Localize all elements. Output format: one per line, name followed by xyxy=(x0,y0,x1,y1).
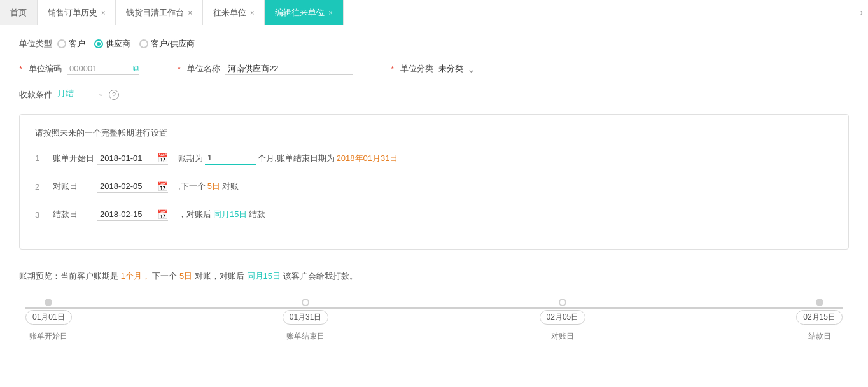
unit-info-row: * 单位编码 ⧉ * 单位名称 * 单位分类 未分类 ⌄ xyxy=(19,62,849,75)
billing-period-card: 请按照未来的一个完整帐期进行设置 1 账单开始日 📅 账期为 个月,账单结束日期… xyxy=(19,114,849,250)
timeline: 01月01日 账单开始日 01月31日 账单结束日 02月05日 对账日 02月… xyxy=(19,299,849,342)
tab-cashflow-workbench[interactable]: 钱货日清工作台 × xyxy=(116,0,202,25)
unit-type-radio-group: 客户 供应商 客户/供应商 xyxy=(57,38,195,50)
timeline-caption-3: 结款日 xyxy=(808,331,831,342)
tabs-bar: 首页 销售订单历史 × 钱货日清工作台 × 往来单位 × 编辑往来单位 × › xyxy=(0,0,868,25)
radio-customer-circle xyxy=(57,39,66,48)
reconciliation-label: 对账日 xyxy=(53,181,97,192)
unit-classify-dropdown[interactable]: 未分类 ⌄ xyxy=(438,63,475,75)
payment-condition-dropdown[interactable]: 月结 ⌄ xyxy=(57,88,104,101)
unit-name-label: 单位名称 xyxy=(187,63,220,74)
tab-scroll-arrow[interactable]: › xyxy=(855,0,868,25)
timeline-item-2: 02月05日 对账日 xyxy=(540,299,586,342)
row-number-2: 2 xyxy=(35,182,53,192)
preview-mid2: 对账，对账后 xyxy=(195,271,244,281)
billing-start-row: 1 账单开始日 📅 账期为 个月,账单结束日期为 2018年01月31日 xyxy=(35,151,833,165)
payment-calendar-icon[interactable]: 📅 xyxy=(157,209,168,220)
tab-cashflow-workbench-close[interactable]: × xyxy=(188,9,192,17)
unit-name-input[interactable] xyxy=(225,62,353,74)
radio-customer[interactable]: 客户 xyxy=(57,38,85,50)
preview-mid1: 下一个 xyxy=(152,271,177,281)
unit-classify-label: 单位分类 xyxy=(400,63,433,74)
timeline-caption-2: 对账日 xyxy=(551,331,574,342)
unit-classify-required: * xyxy=(391,64,394,74)
tab-edit-partner-unit-label: 编辑往来单位 xyxy=(275,7,325,18)
unit-type-row: 单位类型 客户 供应商 客户/供应商 xyxy=(19,38,849,50)
payment-label: 结款日 xyxy=(53,209,97,220)
timeline-caption-1: 账单结束日 xyxy=(286,331,325,342)
row-number-3: 3 xyxy=(35,210,53,220)
payment-highlight: 同月15日 xyxy=(213,209,247,220)
radio-supplier-label: 供应商 xyxy=(106,38,130,50)
unit-name-required: * xyxy=(178,64,181,74)
tab-sales-order-history[interactable]: 销售订单历史 × xyxy=(38,0,116,25)
preview-suffix: 该客户会给我打款。 xyxy=(283,271,358,281)
unit-classify-value: 未分类 xyxy=(438,63,463,74)
preview-section: 账期预览：当前客户账期是 1个月， 下一个 5日 对账，对账后 同月15日 该客… xyxy=(19,260,849,347)
unit-type-label: 单位类型 xyxy=(19,38,52,50)
unit-code-group: * 单位编码 ⧉ xyxy=(19,62,139,75)
unit-classify-arrow-icon[interactable]: ⌄ xyxy=(467,63,475,75)
reconciliation-desc: ,下一个 5日 对账 xyxy=(178,181,239,192)
preview-text: 账期预览：当前客户账期是 1个月， 下一个 5日 对账，对账后 同月15日 该客… xyxy=(19,270,849,283)
payment-condition-label: 收款条件 xyxy=(19,89,52,101)
tab-edit-partner-unit[interactable]: 编辑往来单位 × xyxy=(265,0,343,25)
timeline-caption-0: 账单开始日 xyxy=(29,331,67,342)
period-value-input[interactable] xyxy=(205,151,256,165)
main-content: 单位类型 客户 供应商 客户/供应商 * 单位编码 xyxy=(0,25,868,387)
unit-code-input-group: ⧉ xyxy=(67,62,139,75)
timeline-item-1: 01月31日 账单结束日 xyxy=(283,299,329,342)
tab-edit-partner-unit-close[interactable]: × xyxy=(328,9,332,17)
preview-prefix: 账期预览：当前客户账期是 xyxy=(19,271,118,281)
unit-code-required: * xyxy=(19,64,22,74)
copy-icon[interactable]: ⧉ xyxy=(133,63,139,74)
tab-sales-order-history-close[interactable]: × xyxy=(101,9,105,17)
card-instruction: 请按照未来的一个完整帐期进行设置 xyxy=(35,127,833,139)
unit-type-group: 单位类型 客户 供应商 客户/供应商 xyxy=(19,38,195,50)
payment-desc: ，对账后 同月15日 结款 xyxy=(178,209,265,220)
billing-start-date-input[interactable] xyxy=(97,152,155,164)
radio-customer-supplier[interactable]: 客户/供应商 xyxy=(139,38,195,50)
radio-customer-label: 客户 xyxy=(69,38,85,50)
reconciliation-date-input[interactable] xyxy=(97,180,155,192)
radio-supplier[interactable]: 供应商 xyxy=(94,38,130,50)
payment-condition-arrow-icon[interactable]: ⌄ xyxy=(98,90,104,98)
preview-highlight3: 同月15日 xyxy=(247,271,281,281)
tab-partner-unit-label: 往来单位 xyxy=(213,7,246,18)
preview-highlight1: 1个月， xyxy=(121,271,150,281)
unit-classify-group: * 单位分类 未分类 ⌄ xyxy=(391,63,475,75)
tab-partner-unit[interactable]: 往来单位 × xyxy=(203,0,265,25)
row-number-1: 1 xyxy=(35,153,53,163)
period-prefix: 账期为 xyxy=(178,153,203,164)
timeline-dot-3 xyxy=(816,299,823,306)
payment-suffix: 结款 xyxy=(249,209,265,220)
reconciliation-highlight: 5日 xyxy=(207,181,220,192)
timeline-dot-2 xyxy=(559,299,566,306)
timeline-dot-0 xyxy=(45,299,52,306)
payment-date-input[interactable] xyxy=(97,208,155,220)
reconciliation-suffix: 对账 xyxy=(222,181,239,192)
tab-cashflow-workbench-label: 钱货日清工作台 xyxy=(126,7,184,18)
payment-date-group: 📅 xyxy=(97,208,168,221)
tab-sales-order-history-label: 销售订单历史 xyxy=(48,7,97,18)
timeline-item-3: 02月15日 结款日 xyxy=(796,299,843,342)
timeline-dot-1 xyxy=(302,299,309,306)
help-icon[interactable]: ? xyxy=(109,90,119,100)
billing-start-calendar-icon[interactable]: 📅 xyxy=(157,153,168,163)
radio-customer-supplier-label: 客户/供应商 xyxy=(151,38,195,50)
timeline-badge-0: 01月01日 xyxy=(25,310,72,325)
timeline-badge-3: 02月15日 xyxy=(796,310,843,325)
payment-condition-value: 月结 xyxy=(57,88,95,99)
timeline-items: 01月01日 账单开始日 01月31日 账单结束日 02月05日 对账日 02月… xyxy=(25,299,843,342)
tab-home-label: 首页 xyxy=(10,7,27,18)
reconciliation-calendar-icon[interactable]: 📅 xyxy=(157,181,168,192)
period-end-highlight: 2018年01月31日 xyxy=(337,153,398,164)
tab-partner-unit-close[interactable]: × xyxy=(250,9,254,17)
timeline-item-0: 01月01日 账单开始日 xyxy=(25,299,72,342)
tab-home[interactable]: 首页 xyxy=(0,0,38,25)
unit-code-input[interactable] xyxy=(67,62,130,74)
reconciliation-date-group: 📅 xyxy=(97,180,168,193)
payment-condition-group: 收款条件 月结 ⌄ ? xyxy=(19,88,119,101)
billing-start-date-group: 📅 xyxy=(97,152,168,165)
radio-supplier-circle xyxy=(94,39,103,48)
